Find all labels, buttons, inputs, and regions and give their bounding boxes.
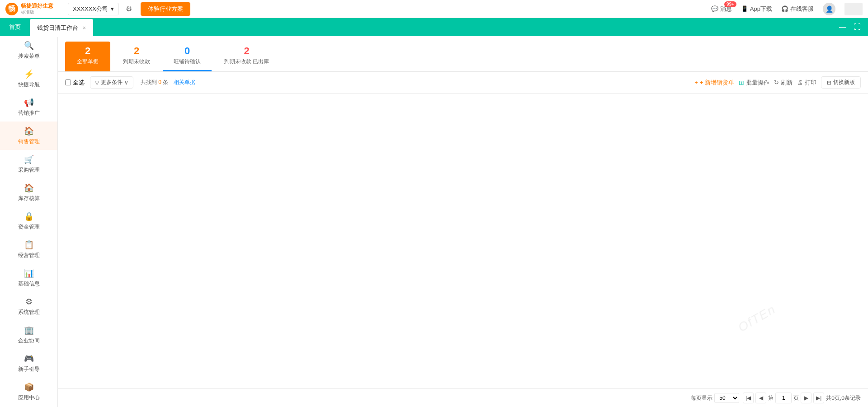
add-label: + 新增销货单 bbox=[700, 79, 734, 87]
sidebar-item-search[interactable]: 🔍 搜索菜单 bbox=[0, 36, 57, 65]
company-name: XXXXXX公司 bbox=[73, 5, 108, 13]
sidebar-item-operations[interactable]: 📋 经营管理 bbox=[0, 235, 57, 264]
select-all-checkbox[interactable]: 全选 bbox=[65, 79, 85, 87]
finance-icon: 🔒 bbox=[24, 211, 34, 221]
download-icon: 📱 bbox=[741, 5, 748, 12]
filter-chevron: ∨ bbox=[124, 80, 128, 86]
tab-label: 钱货日清工作台 bbox=[37, 24, 78, 32]
page-size-selector: 每页显示 50 100 bbox=[691, 393, 739, 403]
stat-label-overdue: 到期未收款 bbox=[123, 58, 150, 65]
refresh-icon: ↻ bbox=[774, 79, 779, 86]
sidebar-label-guide: 新手引导 bbox=[18, 365, 40, 373]
sidebar-item-appcenter[interactable]: 📦 应用中心 bbox=[0, 378, 57, 406]
sidebar-item-system[interactable]: ⚙ 系统管理 bbox=[0, 292, 57, 321]
top-right-actions: 💬 消息 99+ 📱 App下载 🎧 在线客服 👤 bbox=[711, 3, 863, 15]
system-icon: ⚙ bbox=[25, 297, 33, 307]
stat-label-wangpu: 旺铺待确认 bbox=[174, 58, 201, 65]
online-service-action[interactable]: 🎧 在线客服 bbox=[781, 5, 814, 13]
sidebar-item-purchase[interactable]: 🛒 采购管理 bbox=[0, 150, 57, 178]
page-number-input[interactable] bbox=[775, 393, 792, 403]
sidebar-label-basicinfo: 基础信息 bbox=[18, 280, 40, 288]
app-download-action[interactable]: 📱 App下载 bbox=[741, 5, 772, 13]
select-all-input[interactable] bbox=[65, 80, 71, 85]
trial-button[interactable]: 体验行业方案 bbox=[141, 2, 190, 16]
found-text: 共找到 0 条 bbox=[141, 79, 168, 86]
tab-maximize-icon[interactable]: ⛶ bbox=[852, 22, 863, 33]
settings-icon[interactable]: ⚙ bbox=[123, 3, 135, 15]
first-page-button[interactable]: |◀ bbox=[743, 393, 754, 403]
sidebar-item-inventory[interactable]: 🏠 库存核算 bbox=[0, 178, 57, 207]
stat-tab-overdueout[interactable]: 2 到期未收款 已出库 bbox=[213, 42, 280, 71]
avatar[interactable]: 👤 bbox=[823, 3, 835, 15]
tab-close-icon[interactable]: × bbox=[83, 25, 86, 31]
sidebar-item-finance[interactable]: 🔒 资金管理 bbox=[0, 207, 57, 235]
top-bar: 畅 畅捷通好生意 标准版 XXXXXX公司 ▾ ⚙ 体验行业方案 💬 消息 99… bbox=[0, 0, 868, 18]
messages-action[interactable]: 💬 消息 99+ bbox=[711, 5, 732, 13]
sidebar-label-sales: 销售管理 bbox=[18, 138, 40, 145]
sidebar-label-system: 系统管理 bbox=[18, 309, 40, 316]
sidebar-item-guide[interactable]: 🎮 新手引导 bbox=[0, 349, 57, 378]
switch-icon: ⊟ bbox=[827, 80, 831, 86]
refresh-button[interactable]: ↻ 刷新 bbox=[774, 79, 793, 87]
add-icon: + bbox=[694, 79, 698, 86]
enterprise-icon: 🏢 bbox=[24, 325, 34, 335]
print-button[interactable]: 🖨 打印 bbox=[797, 79, 816, 87]
service-icon: 🎧 bbox=[781, 5, 788, 12]
stat-num-wangpu: 0 bbox=[184, 45, 190, 57]
tab-bar: 首页 钱货日清工作台 × — ⛶ bbox=[0, 18, 868, 36]
per-page-select[interactable]: 50 100 bbox=[714, 393, 739, 403]
company-selector[interactable]: XXXXXX公司 ▾ bbox=[68, 3, 119, 15]
page-label: 第 bbox=[768, 394, 774, 402]
sidebar-item-basicinfo[interactable]: 📊 基础信息 bbox=[0, 264, 57, 292]
sidebar-item-marketing[interactable]: 📢 营销推广 bbox=[0, 93, 57, 122]
app-download-label: App下载 bbox=[750, 5, 772, 13]
sidebar-label-marketing: 营销推广 bbox=[18, 109, 40, 117]
app-subtitle: 标准版 bbox=[21, 9, 53, 15]
batch-icon: ⊞ bbox=[739, 79, 744, 86]
next-page-button[interactable]: ▶ bbox=[801, 393, 811, 403]
related-link[interactable]: 相关单据 bbox=[174, 79, 195, 86]
tab-bar-right: — ⛶ bbox=[837, 22, 868, 33]
stat-label-overdueout: 到期未收款 已出库 bbox=[224, 58, 269, 65]
sidebar-label-quicknav: 快捷导航 bbox=[18, 81, 40, 89]
stat-tab-wangpu[interactable]: 0 旺铺待确认 bbox=[163, 42, 212, 71]
tab-work-bench[interactable]: 钱货日清工作台 × bbox=[30, 19, 93, 37]
switch-version-button[interactable]: ⊟ 切换新版 bbox=[821, 76, 861, 89]
sidebar-item-sales[interactable]: 🏠 销售管理 bbox=[0, 122, 57, 150]
quicknav-icon: ⚡ bbox=[24, 69, 34, 79]
select-all-label: 全选 bbox=[73, 79, 85, 87]
batch-operations-button[interactable]: ⊞ 批量操作 bbox=[739, 79, 769, 87]
last-page-button[interactable]: ▶| bbox=[813, 393, 824, 403]
pagination-bar: 每页显示 50 100 |◀ ◀ 第 页 ▶ ▶| 共0页,0条记录 bbox=[58, 388, 868, 407]
sidebar-label-search: 搜索菜单 bbox=[18, 52, 40, 60]
appcenter-icon: 📦 bbox=[24, 382, 34, 392]
sidebar-item-quicknav[interactable]: ⚡ 快捷导航 bbox=[0, 65, 57, 93]
sidebar-item-enterprise[interactable]: 🏢 企业协同 bbox=[0, 321, 57, 349]
logo-area: 畅 畅捷通好生意 标准版 bbox=[5, 3, 63, 15]
prev-page-button[interactable]: ◀ bbox=[755, 393, 766, 403]
found-unit: 条 bbox=[163, 79, 168, 85]
sidebar-label-enterprise: 企业协同 bbox=[18, 337, 40, 345]
page-unit: 页 bbox=[793, 394, 799, 402]
tab-home[interactable]: 首页 bbox=[0, 18, 30, 36]
guide-icon: 🎮 bbox=[24, 354, 34, 364]
print-label: 打印 bbox=[805, 79, 816, 87]
sidebar-label-purchase: 采购管理 bbox=[18, 166, 40, 174]
toolbar-right: + + 新增销货单 ⊞ 批量操作 ↻ 刷新 🖨 打印 ⊟ 切换新版 bbox=[694, 76, 861, 89]
stat-tab-all[interactable]: 2 全部单据 bbox=[65, 42, 110, 71]
add-sales-button[interactable]: + + 新增销货单 bbox=[694, 79, 734, 87]
sidebar-label-appcenter: 应用中心 bbox=[18, 394, 40, 402]
search-icon: 🔍 bbox=[24, 41, 34, 51]
stat-tab-overdue[interactable]: 2 到期未收款 bbox=[112, 42, 161, 71]
total-records: 共0页,0条记录 bbox=[826, 394, 861, 402]
sidebar-label-finance: 资金管理 bbox=[18, 223, 40, 231]
avatar-extra bbox=[844, 3, 863, 15]
online-service-label: 在线客服 bbox=[790, 5, 814, 13]
switch-label: 切换新版 bbox=[833, 79, 855, 86]
refresh-label: 刷新 bbox=[781, 79, 793, 87]
filter-button[interactable]: ▽ 更多条件 ∨ bbox=[90, 76, 133, 89]
sidebar-label-operations: 经营管理 bbox=[18, 252, 40, 259]
tab-minimize-icon[interactable]: — bbox=[837, 22, 848, 33]
message-icon: 💬 bbox=[711, 5, 718, 12]
logo-icon: 畅 bbox=[5, 3, 18, 15]
